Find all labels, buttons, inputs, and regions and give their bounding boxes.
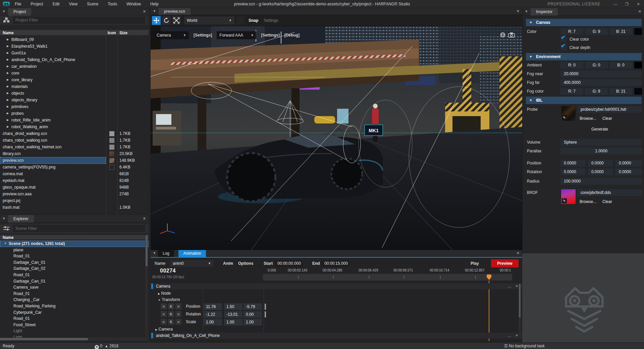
expand-arrow-icon[interactable]: ▶ (7, 110, 11, 117)
scene-node[interactable]: Road_Marking_Parking (0, 303, 149, 309)
pipeline-settings-link[interactable]: [Settings] (261, 33, 279, 38)
end-time-field[interactable]: 00:00:15.000 (322, 260, 350, 267)
brdf-browse-button[interactable]: Browse... (580, 199, 596, 205)
menu-project[interactable]: Project (26, 0, 48, 8)
project-file[interactable]: cornea.mat681B (0, 170, 149, 177)
prev-key-button[interactable]: < (161, 311, 167, 317)
project-filter-input[interactable] (13, 16, 145, 24)
scene-node[interactable]: Camera_save (0, 284, 149, 291)
start-time-field[interactable]: 00:00:00.000 (275, 260, 303, 267)
ambient-r-field[interactable]: R: 0 (560, 62, 583, 68)
project-file[interactable]: chara_robot_walking_helmet.scn1.7KB (0, 144, 149, 150)
menu-edit[interactable]: Edit (48, 0, 64, 8)
scale-z-field[interactable]: 1.00 (244, 319, 262, 326)
fog-color-swatch[interactable] (634, 88, 642, 95)
project-file[interactable]: trash.mat1.0KB (0, 204, 149, 211)
project-folder[interactable]: ▶Billboard_09 (0, 36, 149, 43)
project-folder[interactable]: ▶robot_Rifle_Idle_anim (0, 117, 149, 123)
play-button[interactable]: Play (471, 260, 479, 267)
canvas-color-g-field[interactable]: G: 9 (585, 28, 608, 35)
snap-button[interactable]: Snap (249, 18, 258, 23)
expand-arrow-icon[interactable]: ▼ (158, 299, 161, 302)
scene-node[interactable]: plane (0, 247, 149, 253)
track-more-button[interactable]: … (507, 333, 512, 339)
scene-node[interactable]: Garbage_Can_01 (0, 278, 149, 285)
parallax-field[interactable]: 1.0000 (560, 148, 642, 154)
radius-field[interactable]: 100.0000 (560, 178, 642, 185)
anim-select-dropdown[interactable]: anim0▼ (170, 260, 214, 267)
rotate-tool-button[interactable] (162, 16, 171, 25)
horizontal-scrollbar[interactable] (0, 338, 149, 341)
ibl-position-x[interactable]: 0.0000 (560, 160, 585, 166)
tab-log[interactable]: Log (158, 250, 174, 257)
expand-arrow-icon[interactable]: ▶ (7, 103, 11, 110)
rotation-channel-row[interactable]: <K> Rotation (161, 311, 201, 317)
track-close-button[interactable]: ✕ (516, 333, 518, 339)
ambient-g-field[interactable]: G: 0 (585, 62, 608, 68)
project-file[interactable]: preview.scn.aaa274B (0, 191, 149, 197)
project-file[interactable]: project.prj (0, 197, 149, 204)
screenshot-camera-icon[interactable] (508, 32, 515, 38)
menu-tools[interactable]: Tools (103, 0, 122, 8)
canvas-color-swatch[interactable] (634, 28, 642, 35)
position-z-field[interactable]: -5.79 (244, 303, 262, 310)
expand-arrow-icon[interactable]: ▼ (4, 241, 9, 247)
brdf-thumbnail[interactable]: ✎ (561, 189, 576, 204)
collapse-arrow-icon[interactable]: ▼ (529, 97, 532, 104)
track-more-button[interactable]: … (507, 283, 512, 289)
ibl-section-header[interactable]: ▼IBL (526, 97, 642, 104)
next-key-button[interactable]: > (175, 319, 181, 325)
timeline-tick-strip[interactable] (263, 274, 512, 281)
ambient-color-swatch[interactable] (634, 62, 642, 68)
project-folder[interactable]: ▶materials (0, 83, 149, 90)
project-file[interactable]: camera_settings(FOV55).png6.4KB (0, 164, 149, 170)
scene-node[interactable]: Road_01 (0, 291, 149, 297)
options-button[interactable]: Options (238, 260, 253, 267)
menu-scene[interactable]: Scene (82, 0, 103, 8)
project-folder[interactable]: ▶probes (0, 110, 149, 117)
move-tool-button[interactable] (152, 16, 161, 25)
pipeline-dropdown[interactable]: Forward AAA▼ (217, 31, 256, 39)
fog-color-g-field[interactable]: G: 9 (585, 88, 608, 95)
expand-arrow-icon[interactable]: ▶ (7, 123, 11, 130)
expand-arrow-icon[interactable]: ▶ (7, 43, 11, 50)
close-viewport-icon[interactable]: ✕ (517, 9, 520, 13)
scale-y-field[interactable]: 1.00 (224, 319, 243, 326)
scene-node[interactable]: Road_01 (0, 315, 149, 322)
environment-section-header[interactable]: ▼Environment (526, 53, 642, 60)
probe-browse-button[interactable]: Browse... (580, 115, 596, 121)
set-key-button[interactable]: K (168, 311, 174, 317)
scene-node[interactable]: Garbage_Can_02 (0, 265, 149, 272)
anim-button[interactable]: Anim (223, 260, 233, 267)
fog-color-r-field[interactable]: R: 7 (560, 88, 583, 95)
fog-near-field[interactable]: 20.0000 (560, 70, 642, 77)
scale-tool-button[interactable] (172, 16, 181, 25)
track-close-button[interactable]: ✕ (516, 283, 518, 289)
vertical-scrollbar[interactable] (145, 235, 148, 337)
expand-arrow-icon[interactable]: ▶ (7, 63, 11, 70)
scene-node[interactable]: Garbage_Can_01 (0, 259, 149, 266)
transform-space-dropdown[interactable]: World▼ (184, 16, 234, 24)
scene-root-node[interactable]: ▼Scene (271 nodes, 1261 total) (0, 241, 149, 247)
menu-view[interactable]: View (64, 0, 82, 8)
rotation-x-field[interactable]: -1.22 (204, 311, 222, 318)
expand-arrow-icon[interactable]: ▶ (7, 97, 11, 103)
scene-node[interactable]: Food_Street (0, 322, 149, 328)
prev-key-button[interactable]: < (161, 303, 167, 309)
collapse-arrow-icon[interactable]: ▼ (529, 19, 532, 26)
brdf-clear-button[interactable]: Clear (602, 199, 612, 205)
probe-path-field[interactable]: probes/cyber.hdr0001.hdr (577, 106, 642, 113)
expand-arrow-icon[interactable]: ▶ (158, 292, 160, 295)
project-file[interactable]: glass_opaque.mat948B (0, 184, 149, 191)
node-track-row[interactable]: ▶ Node (158, 290, 171, 297)
render-probe-icon[interactable] (499, 32, 506, 38)
scene-node[interactable]: Light (0, 328, 149, 334)
scene-node[interactable]: Cyberpunk_Car (0, 309, 149, 316)
expand-arrow-icon[interactable]: ▶ (7, 50, 11, 56)
scale-x-field[interactable]: 1.00 (204, 319, 222, 326)
tab-explorer[interactable]: Explorer (8, 215, 34, 222)
panel-menu-icon[interactable]: ▼ (153, 9, 156, 13)
project-folder[interactable]: ▶Etasphera53_Walk1 (0, 43, 149, 50)
tab-animation[interactable]: Animation (178, 250, 206, 257)
mini-scrollbar[interactable] (265, 304, 266, 310)
